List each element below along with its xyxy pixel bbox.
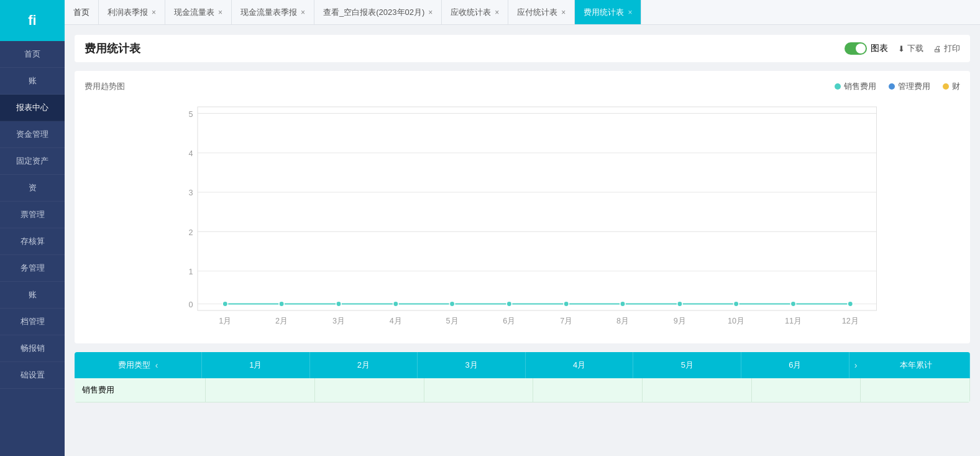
legend-label-admin: 管理费用	[898, 81, 930, 92]
chart-section: 费用趋势图 销售费用 管理费用 财	[75, 71, 970, 343]
svg-text:1: 1	[189, 268, 193, 276]
sidebar-item-fund[interactable]: 资金管理	[0, 121, 65, 148]
tab-cashflow-quarter[interactable]: 现金流量表季报 ×	[232, 0, 314, 24]
svg-text:12月: 12月	[842, 317, 859, 325]
legend-finance: 财	[943, 81, 960, 92]
sidebar-item-archive[interactable]: 档管理	[0, 309, 65, 335]
sidebar-item-home[interactable]: 首页	[0, 41, 65, 68]
svg-text:9月: 9月	[674, 317, 686, 325]
svg-text:4月: 4月	[390, 317, 402, 325]
sidebar-item-invest[interactable]: 资	[0, 175, 65, 202]
svg-text:10月: 10月	[728, 317, 744, 325]
legend-dot-admin	[889, 83, 895, 90]
close-tab-cashflow[interactable]: ×	[218, 8, 222, 17]
svg-text:8月: 8月	[616, 317, 629, 325]
tab-receivable[interactable]: 应收统计表 ×	[442, 0, 508, 24]
tab-cashflow[interactable]: 现金流量表 ×	[165, 0, 232, 24]
svg-text:2月: 2月	[275, 317, 288, 325]
close-tab-blank-report[interactable]: ×	[428, 8, 433, 17]
td-ytd	[861, 378, 970, 402]
svg-text:3: 3	[189, 188, 193, 197]
close-tab-cashflow-quarter[interactable]: ×	[301, 8, 305, 17]
tab-payable[interactable]: 应付统计表 ×	[508, 0, 575, 24]
close-tab-payable[interactable]: ×	[561, 8, 566, 17]
download-button[interactable]: ⬇ 下载	[898, 43, 923, 54]
td-m2	[315, 378, 424, 402]
svg-text:6月: 6月	[503, 317, 515, 325]
svg-point-31	[564, 301, 569, 306]
td-m1	[206, 378, 315, 402]
sidebar-logo: fi	[0, 0, 65, 41]
td-m3	[424, 378, 534, 402]
sidebar-item-invoice[interactable]: 票管理	[0, 202, 65, 228]
page-title: 费用统计表	[85, 41, 140, 56]
sidebar-item-asset[interactable]: 固定资产	[0, 148, 65, 175]
td-type: 销售费用	[75, 378, 206, 402]
th-m4: 4月	[526, 352, 634, 378]
print-button[interactable]: 🖨 打印	[933, 43, 960, 54]
close-tab-profit[interactable]: ×	[152, 8, 156, 17]
nav-prev-arrow[interactable]: ‹	[155, 360, 158, 370]
svg-text:1月: 1月	[219, 317, 231, 325]
tab-home[interactable]: 首页	[65, 0, 99, 24]
th-m5: 5月	[633, 352, 741, 378]
close-tab-expense-stat[interactable]: ×	[628, 8, 632, 17]
sidebar-item-settings[interactable]: 础设置	[0, 362, 65, 389]
svg-point-36	[848, 301, 853, 306]
th-m3: 3月	[418, 352, 526, 378]
svg-text:5月: 5月	[446, 317, 459, 325]
legend-label-sales: 销售费用	[844, 81, 876, 92]
td-m6	[752, 378, 861, 402]
tab-blank-report[interactable]: 查看_空白报表(2023年02月) ×	[314, 0, 442, 24]
svg-text:3月: 3月	[332, 317, 345, 325]
svg-rect-12	[198, 107, 877, 310]
svg-point-34	[733, 301, 738, 306]
legend-label-finance: 财	[952, 81, 960, 92]
svg-text:0: 0	[189, 300, 193, 309]
header-actions: 图表 ⬇ 下载 🖨 打印	[845, 42, 960, 55]
download-label: 下载	[907, 43, 923, 54]
toggle-label: 图表	[871, 43, 888, 54]
td-m4	[533, 378, 643, 402]
chart-legend: 销售费用 管理费用 财	[835, 81, 960, 92]
legend-sales: 销售费用	[835, 81, 876, 92]
legend-dot-finance	[943, 83, 949, 90]
table-row-sales: 销售费用	[75, 378, 970, 402]
print-icon: 🖨	[933, 44, 941, 54]
svg-point-35	[790, 301, 795, 306]
sidebar-item-report[interactable]: 报表中心	[0, 95, 65, 121]
svg-point-25	[222, 301, 227, 306]
sidebar-item-stock[interactable]: 存核算	[0, 228, 65, 255]
svg-point-26	[279, 301, 284, 306]
table-section: 费用类型 ‹ 1月 2月 3月 4月 5月 6月 › 本年累计 销售费用	[75, 352, 970, 402]
svg-point-33	[677, 301, 682, 306]
close-tab-receivable[interactable]: ×	[495, 8, 499, 17]
chart-toggle[interactable]	[845, 42, 867, 55]
sidebar-item-account[interactable]: 账	[0, 68, 65, 95]
tab-profit[interactable]: 利润表季报 ×	[99, 0, 165, 24]
svg-text:4: 4	[189, 149, 193, 158]
main-area: 首页 利润表季报 × 现金流量表 × 现金流量表季报 × 查看_空白报表(202…	[65, 0, 980, 456]
legend-admin: 管理费用	[889, 81, 930, 92]
svg-text:2: 2	[189, 228, 193, 237]
td-m5	[643, 378, 752, 402]
svg-point-27	[336, 301, 341, 306]
sidebar-item-service[interactable]: 务管理	[0, 255, 65, 282]
download-icon: ⬇	[898, 44, 905, 54]
tab-expense-stat[interactable]: 费用统计表 ×	[575, 0, 641, 24]
tabs-bar: 首页 利润表季报 × 现金流量表 × 现金流量表季报 × 查看_空白报表(202…	[65, 0, 980, 25]
nav-next-arrow[interactable]: ›	[849, 352, 863, 378]
svg-text:5: 5	[189, 110, 193, 119]
chart-toggle-wrap: 图表	[845, 42, 888, 55]
th-m1: 1月	[202, 352, 310, 378]
sidebar-item-expense[interactable]: 畅报销	[0, 335, 65, 362]
svg-text:7月: 7月	[560, 317, 572, 325]
sidebar: fi 首页 账 报表中心 资金管理 固定资产 资 票管理 存核算 务管理 账 档…	[0, 0, 65, 456]
svg-point-28	[393, 301, 398, 306]
table-header-row: 费用类型 ‹ 1月 2月 3月 4月 5月 6月 › 本年累计	[75, 352, 970, 378]
th-ytd: 本年累计	[862, 352, 970, 378]
sidebar-item-ledger[interactable]: 账	[0, 282, 65, 309]
content-area: 费用统计表 图表 ⬇ 下载 🖨 打印 费用趋势图	[65, 25, 980, 456]
chart-title: 费用趋势图	[85, 81, 125, 92]
th-type: 费用类型 ‹	[75, 352, 202, 378]
